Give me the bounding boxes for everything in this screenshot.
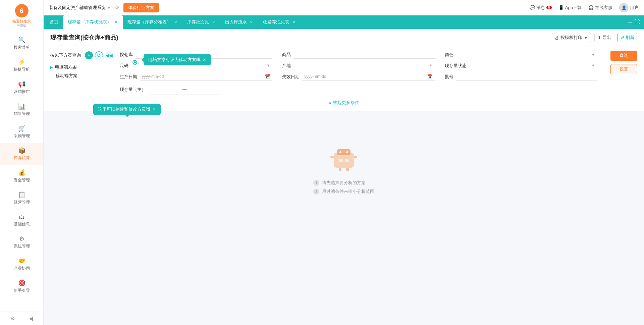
topbar-left: 装备及固定资产辅助管理系统 ▼ ⚙ 体验行业方案 xyxy=(49,3,159,12)
stock-status-select[interactable]: ▼ xyxy=(469,62,597,69)
stock-min-input[interactable] xyxy=(151,86,180,93)
refresh-btn[interactable]: ↺ 刷新 xyxy=(618,33,637,42)
step1-text: 请先选择要分析的方案 xyxy=(322,178,366,187)
origin-select[interactable]: ▼ xyxy=(293,62,434,69)
goods-dots-icon[interactable]: ··· xyxy=(429,52,433,57)
logo-icon: 6 xyxy=(15,4,29,17)
message-btn[interactable]: 💬 消息 6 xyxy=(530,5,552,11)
svg-rect-6 xyxy=(330,156,334,158)
sidebar-item-marketing[interactable]: 📢 营销推广 xyxy=(0,76,43,99)
expire-date-label: 失效日期 xyxy=(282,74,300,80)
sidebar-item-label: 搜索菜单 xyxy=(14,45,30,50)
guide-icon: 🎯 xyxy=(18,279,25,287)
warehouse-dots-icon[interactable]: ··· xyxy=(266,52,270,57)
expire-date-input[interactable]: yyyy-mm-dd 📅 xyxy=(302,72,434,81)
svg-rect-4 xyxy=(339,159,343,162)
sidebar-item-finance[interactable]: 💰 资金管理 xyxy=(0,165,43,187)
print-btn[interactable]: 🖨 按模板打印 ▼ xyxy=(552,33,591,42)
sidebar-item-guide[interactable]: 🎯 新手引导 xyxy=(0,275,43,297)
purchase-icon: 🛒 xyxy=(18,125,25,132)
sidebar-item-inventory[interactable]: 📦 库存核算 xyxy=(0,143,43,165)
user-btn[interactable]: 👤 用户 xyxy=(619,3,639,12)
app-download-btn[interactable]: 📱 App下载 xyxy=(558,5,582,11)
color-select[interactable]: ▼ xyxy=(456,51,597,58)
print-arrow-icon: ▼ xyxy=(584,35,588,40)
goods-label: 商品 xyxy=(282,52,291,58)
topbar-gear-icon[interactable]: ⚙ xyxy=(115,4,119,11)
search-btn[interactable]: 查询 xyxy=(610,51,637,61)
scheme-desktop-label: 电脑端方案 xyxy=(55,64,77,70)
batch-input[interactable] xyxy=(456,73,597,81)
tab-home[interactable]: 首页 xyxy=(45,15,63,29)
tab-flow[interactable]: 出入库流水 ✕ xyxy=(220,15,258,29)
refresh-scheme-icon[interactable]: ↺ xyxy=(95,51,103,59)
tabs-maximize-icon[interactable]: ⛶ xyxy=(635,19,640,25)
tab-close-icon[interactable]: ✕ xyxy=(113,20,118,24)
tab-close-icon[interactable]: ✕ xyxy=(291,20,296,24)
page-content: 现存量查询(按仓库+商品) 🖨 按模板打印 ▼ ⬆ 导出 ↺ 刷新 xyxy=(44,29,644,325)
headset-icon: 🎧 xyxy=(588,5,594,10)
collapse-btn[interactable]: ∧ 收起更多条件 xyxy=(328,100,359,106)
tabs-minimize-icon[interactable]: ─ xyxy=(628,19,632,25)
scheme-mobile-label: 移动端方案 xyxy=(56,73,77,79)
stock-main-range: — xyxy=(149,84,220,95)
export-btn[interactable]: ⬆ 导出 xyxy=(594,33,614,42)
filter-area: 按以下方案查询 ＋ ↺ ◀◀ ▶ 电脑端方案 移动端方案 xyxy=(44,46,644,111)
sidebar-item-quicknav[interactable]: ⚡ 快捷导航 xyxy=(0,54,43,76)
expire-calendar-icon[interactable]: 📅 xyxy=(427,74,433,79)
collapse-sidebar-icon[interactable]: ◀ xyxy=(29,315,33,322)
size-label: 尺码 xyxy=(120,63,128,69)
goods-select[interactable]: ··· xyxy=(293,51,434,59)
empty-illustration xyxy=(327,141,361,174)
stock-main-label: 现存量（主） xyxy=(120,87,146,93)
industry-btn[interactable]: 体验行业方案 xyxy=(123,3,159,12)
produce-date-input[interactable]: yyyy-mm-dd 📅 xyxy=(140,72,272,81)
topbar-right: 💬 消息 6 📱 App下载 🎧 在线客服 👤 用户 xyxy=(530,3,639,12)
sidebar: 6 畅通好生意 标准版 🔍 搜索菜单 ⚡ 快捷导航 📢 营销推广 📊 销售管理 … xyxy=(0,0,44,325)
finance-icon: 💰 xyxy=(18,169,25,176)
back-scheme-icon[interactable]: ◀◀ xyxy=(105,51,113,59)
inventory-icon: 📦 xyxy=(18,147,25,154)
sidebar-item-sales[interactable]: 📊 销售管理 xyxy=(0,99,43,121)
filter-label: 按以下方案查询 xyxy=(50,52,81,58)
tab-inventory-dist-label: 现存量（库存分布表） xyxy=(127,19,171,25)
step2-text: 用过滤条件来缩小分析范围 xyxy=(322,187,374,196)
tooltip2-close[interactable]: ✕ xyxy=(152,107,156,112)
tab-inventory-dist[interactable]: 现存量（库存分布表） ✕ xyxy=(123,15,182,29)
tab-inventory-status-label: 现存量（库存状况表） xyxy=(68,19,111,25)
online-service-btn[interactable]: 🎧 在线客服 xyxy=(588,5,612,11)
tab-close-icon[interactable]: ✕ xyxy=(249,20,254,24)
sidebar-item-basic[interactable]: 🗂 基础信息 xyxy=(0,209,43,231)
refresh-icon: ↺ xyxy=(621,35,624,40)
sidebar-item-operations[interactable]: 📋 经营管理 xyxy=(0,187,43,209)
stock-max-input[interactable] xyxy=(189,86,218,93)
sidebar-item-enterprise[interactable]: 🤝 企业协同 xyxy=(0,253,43,275)
tab-inventory-status[interactable]: 现存量（库存状况表） ✕ xyxy=(63,15,123,29)
tab-summary[interactable]: 收发存汇总表 ✕ xyxy=(258,15,301,29)
sidebar-item-purchase[interactable]: 🛒 采购管理 xyxy=(0,121,43,143)
tab-close-icon[interactable]: ✕ xyxy=(211,20,216,24)
sidebar-item-label: 销售管理 xyxy=(14,111,30,117)
sidebar-item-search[interactable]: 🔍 搜索菜单 xyxy=(0,32,43,54)
page-actions: 🖨 按模板打印 ▼ ⬆ 导出 ↺ 刷新 xyxy=(552,33,637,42)
scheme-item-desktop[interactable]: ▶ 电脑端方案 xyxy=(50,63,113,71)
sidebar-item-system[interactable]: ⚙ 系统管理 xyxy=(0,231,43,253)
sales-icon: 📊 xyxy=(18,103,25,110)
stock-main-item: 现存量（主） — xyxy=(120,84,220,95)
tooltip1-close[interactable]: ✕ xyxy=(203,57,206,62)
scheme-item-mobile[interactable]: 移动端方案 xyxy=(50,72,113,79)
svg-rect-1 xyxy=(337,149,351,155)
produce-calendar-icon[interactable]: 📅 xyxy=(264,74,270,79)
scheme-list: ▶ 电脑端方案 移动端方案 xyxy=(50,63,113,79)
scheme-panel: 按以下方案查询 ＋ ↺ ◀◀ ▶ 电脑端方案 移动端方案 xyxy=(50,51,113,79)
settings-bottom-icon[interactable]: ⚙ xyxy=(10,315,15,322)
quicknav-icon: ⚡ xyxy=(18,58,25,66)
color-label: 颜色 xyxy=(445,52,453,58)
produce-date-item: 生产日期 yyyy-mm-dd 📅 xyxy=(120,72,272,81)
settings-btn[interactable]: 设置 xyxy=(610,64,637,74)
tab-close-icon[interactable]: ✕ xyxy=(173,20,178,24)
add-scheme-icon[interactable]: ＋ xyxy=(85,51,93,59)
operations-icon: 📋 xyxy=(18,191,25,199)
marketing-icon: 📢 xyxy=(18,80,25,88)
tab-batch[interactable]: 库存批次账 ✕ xyxy=(182,15,220,29)
